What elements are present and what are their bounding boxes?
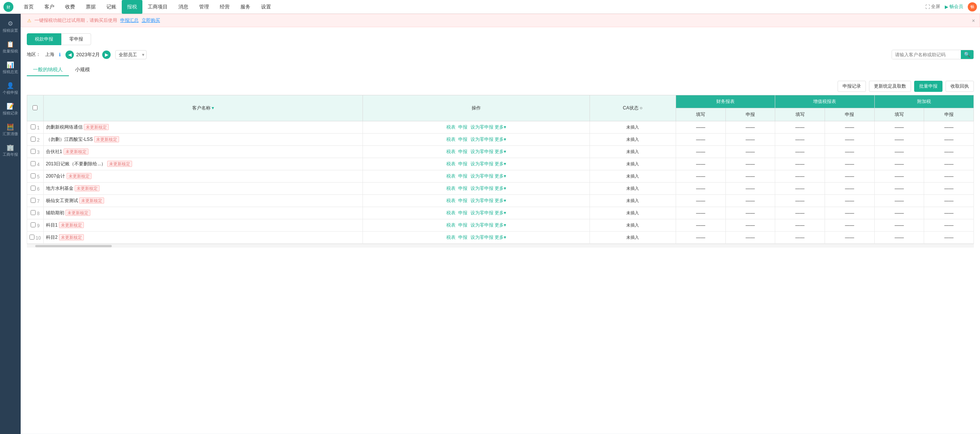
op-submit[interactable]: 申报 [458,210,467,215]
trial-link-summary[interactable]: 申报汇总 [120,17,139,24]
op-submit[interactable]: 申报 [458,124,467,130]
row-checkbox[interactable] [29,235,34,240]
nav-item-记账[interactable]: 记账 [101,0,122,14]
row-checkbox[interactable] [31,222,36,227]
row-checkbox[interactable] [31,210,36,215]
op-submit[interactable]: 申报 [458,137,467,142]
status-tag[interactable]: 未更新核定 [59,222,84,228]
taxpayer-tab-小规模[interactable]: 小规模 [69,64,96,76]
upgrade-button[interactable]: ▶ 畅会员 [945,3,963,10]
search-input[interactable] [892,51,961,59]
op-tax-table[interactable]: 税表 [446,210,456,215]
sidebar-item-批量报税[interactable]: 📋批量报税 [1,38,20,57]
op-zero-submit[interactable]: 设为零申报 [470,173,493,179]
op-tax-table[interactable]: 税表 [446,137,456,142]
nav-item-首页[interactable]: 首页 [18,0,39,14]
op-submit[interactable]: 申报 [458,149,467,154]
op-more-button[interactable]: 更多▾ [495,124,506,130]
nav-item-管理[interactable]: 管理 [194,0,214,14]
op-submit[interactable]: 申报 [458,235,467,240]
row-checkbox[interactable] [31,161,36,166]
op-more-button[interactable]: 更多▾ [495,137,506,142]
region-info-icon[interactable]: ℹ [59,52,61,57]
op-tax-table[interactable]: 税表 [446,186,456,191]
status-tag[interactable]: 未更新核定 [75,185,100,191]
op-zero-submit[interactable]: 设为零申报 [470,161,493,166]
nav-item-报税[interactable]: 报税 [122,0,142,14]
op-more-button[interactable]: 更多▾ [495,235,506,240]
op-tax-table[interactable]: 税表 [446,161,456,166]
op-tax-table[interactable]: 税表 [446,149,456,154]
fullscreen-button[interactable]: ⛶ 全屏 [925,3,940,10]
op-more-button[interactable]: 更多▾ [495,186,506,191]
select-all-checkbox[interactable] [33,105,38,110]
nav-item-经营[interactable]: 经营 [214,0,235,14]
nav-item-收费[interactable]: 收费 [60,0,80,14]
batch-submit-button[interactable]: 批量申报 [914,81,942,92]
nav-item-客户[interactable]: 客户 [39,0,60,14]
op-more-button[interactable]: 更多▾ [495,222,506,228]
op-zero-submit[interactable]: 设为零申报 [470,222,493,228]
op-zero-submit[interactable]: 设为零申报 [470,186,493,191]
user-avatar[interactable]: 畅 [968,2,977,11]
nav-item-消息[interactable]: 消息 [173,0,194,14]
row-checkbox[interactable] [31,173,36,178]
update-fetch-button[interactable]: 更新统定及取数 [869,81,911,92]
status-tag[interactable]: 未更新核定 [65,210,90,216]
nav-item-票据[interactable]: 票据 [80,0,101,14]
op-tax-table[interactable]: 税表 [446,222,456,228]
sidebar-item-报税总览[interactable]: 📊报税总览 [1,58,20,77]
sidebar-item-个税申报[interactable]: 👤个税申报 [1,79,20,98]
sidebar-item-汇算清缴[interactable]: 🧮汇算清缴 [1,120,20,139]
banner-close-button[interactable]: × [972,18,975,24]
sidebar-item-报税设置[interactable]: ⚙报税设置 [1,17,20,36]
status-tag[interactable]: 未更新核定 [94,136,119,142]
op-zero-submit[interactable]: 设为零申报 [470,198,493,203]
row-checkbox[interactable] [31,149,36,154]
op-submit[interactable]: 申报 [458,161,467,166]
main-tab-零申报[interactable]: 零申报 [61,33,91,45]
nav-item-设置[interactable]: 设置 [256,0,276,14]
row-checkbox[interactable] [31,186,36,191]
op-tax-table[interactable]: 税表 [446,124,456,130]
horizontal-scrollbar[interactable] [27,244,974,248]
row-checkbox[interactable] [31,124,36,129]
sidebar-item-报税记录[interactable]: 📝报税记录 [1,100,20,119]
op-zero-submit[interactable]: 设为零申报 [470,210,493,215]
op-submit[interactable]: 申报 [458,198,467,203]
op-tax-table[interactable]: 税表 [446,198,456,203]
op-submit[interactable]: 申报 [458,173,467,179]
op-more-button[interactable]: 更多▾ [495,210,506,215]
search-button[interactable]: 🔍 [961,50,973,59]
op-tax-table[interactable]: 税表 [446,173,456,179]
taxpayer-tab-一般的纳税人[interactable]: 一般的纳税人 [27,64,69,76]
op-more-button[interactable]: 更多▾ [495,198,506,203]
op-tax-table[interactable]: 税表 [446,235,456,240]
status-tag[interactable]: 未更新核定 [64,148,88,155]
nav-item-工商项目[interactable]: 工商项目 [142,0,173,14]
date-prev-button[interactable]: ◀ [65,51,74,59]
op-zero-submit[interactable]: 设为零申报 [470,124,493,130]
op-more-button[interactable]: 更多▾ [495,161,506,166]
scrollbar-thumb[interactable] [35,245,112,247]
op-submit[interactable]: 申报 [458,186,467,191]
date-next-button[interactable]: ▶ [102,51,111,59]
status-tag[interactable]: 未更新核定 [79,197,104,204]
op-zero-submit[interactable]: 设为零申报 [470,137,493,142]
dept-select[interactable]: 全部员工 [115,50,147,59]
row-checkbox[interactable] [31,198,36,203]
row-checkbox[interactable] [31,137,36,142]
status-tag[interactable]: 未更新核定 [84,124,109,130]
op-zero-submit[interactable]: 设为零申报 [470,235,493,240]
nav-item-服务[interactable]: 服务 [235,0,256,14]
op-zero-submit[interactable]: 设为零申报 [470,149,493,154]
op-more-button[interactable]: 更多▾ [495,149,506,154]
op-more-button[interactable]: 更多▾ [495,173,506,179]
main-tab-税款申报[interactable]: 税款申报 [27,33,61,45]
status-tag[interactable]: 未更新核定 [67,173,91,179]
submit-record-button[interactable]: 申报记录 [838,81,866,92]
trial-link-buy[interactable]: 立即购买 [142,17,160,24]
status-tag[interactable]: 未更新核定 [107,161,132,167]
sidebar-item-工商年报[interactable]: 🏢工商年报 [1,141,20,160]
fetch-receipt-button[interactable]: 收取回执 [946,81,974,92]
